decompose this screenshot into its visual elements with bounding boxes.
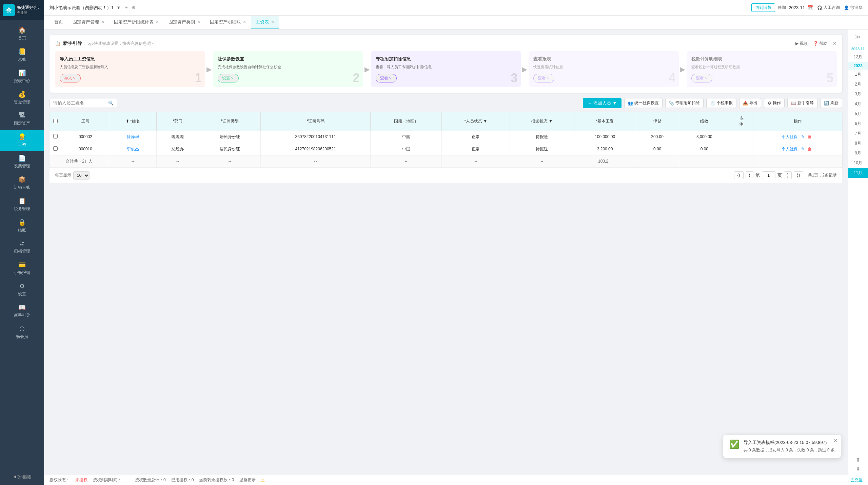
op-social-1[interactable]: 个人社保 (782, 147, 798, 151)
row-checkbox-1[interactable] (50, 143, 62, 155)
tab-depreciation[interactable]: 固定资产折旧统计表✕ (109, 16, 164, 29)
report-icon: 📊 (18, 69, 26, 77)
panel-down-icon[interactable]: ⬇ (856, 466, 860, 472)
sidebar-item-archive[interactable]: 🗂归档管理 (0, 237, 44, 258)
first-page-btn[interactable]: ⟨⟨ (734, 171, 744, 179)
step-2-num: 2 (353, 71, 360, 85)
cell-basicsalary-1: 3,200.00 (574, 143, 636, 155)
last-page-btn[interactable]: ⟩⟩ (794, 171, 803, 179)
sidebar-item-payroll[interactable]: 👷工资 (0, 130, 44, 151)
tab-label-depreciation: 固定资产折旧统计表 (114, 19, 154, 25)
sidebar-item-settings[interactable]: ⚙设置 (0, 279, 44, 300)
month-item-7[interactable]: 7月 (848, 129, 868, 138)
help-link[interactable]: ❓ 帮助 (813, 41, 827, 46)
col-performance: 绩效 (679, 112, 730, 131)
calendar-icon[interactable]: 📅 (808, 5, 813, 10)
toast-close-btn[interactable]: ✕ (833, 437, 837, 444)
tab-payroll-table[interactable]: 工资表✕ (251, 16, 279, 29)
old-version-btn[interactable]: 切到旧版 (751, 3, 775, 12)
op-social-0[interactable]: 个人社保 (782, 134, 798, 139)
month-item-3[interactable]: 3月 (848, 89, 868, 99)
social-insurance-btn[interactable]: 👥统一社保设置 (624, 98, 663, 108)
sidebar-item-ledger[interactable]: 📒总账 (0, 44, 44, 66)
op-delete-1[interactable]: 🗑 (808, 147, 812, 151)
search-input[interactable] (53, 100, 106, 106)
sidebar-item-invoice[interactable]: 📄发票管理 (0, 151, 44, 172)
video-link[interactable]: ▶ 视频 (795, 41, 808, 46)
settings-icon[interactable]: ⚙ (132, 5, 136, 10)
refresh-btn[interactable]: 🔄刷新 (820, 98, 842, 108)
tab-close-fixed-type[interactable]: ✕ (197, 20, 200, 24)
sidebar-item-close[interactable]: 🔒结账 (0, 215, 44, 237)
add-account-btn[interactable]: ＋ (123, 4, 129, 11)
guide-close-btn[interactable]: ✕ (833, 41, 837, 46)
step-1-btn[interactable]: 导入＞ (60, 74, 81, 82)
tax-report-btn[interactable]: 🧾个税申报 (706, 98, 736, 108)
tab-home[interactable]: 首页 (50, 16, 68, 29)
month-item-10[interactable]: 10月 (848, 158, 868, 168)
sidebar-item-report[interactable]: 📊报表中心 (0, 66, 44, 87)
step-2-btn[interactable]: 设置＞ (218, 74, 239, 82)
guide2-btn[interactable]: 📖新手引导 (787, 98, 817, 108)
tab-fixed-detail[interactable]: 固定资产明细账✕ (205, 16, 251, 29)
step-4-btn[interactable]: 查看＞ (533, 74, 554, 82)
op-edit-1[interactable]: ✎ (801, 147, 805, 151)
account-dropdown-arrow[interactable]: ▼ (116, 5, 121, 10)
sidebar-item-fixed[interactable]: 🏗固定资产 (0, 109, 44, 130)
operation-btn[interactable]: ⚙操作 (764, 98, 785, 108)
page-input[interactable] (762, 171, 775, 179)
sidebar-item-guide[interactable]: 📖新手引导 (0, 300, 44, 322)
select-all-header[interactable] (50, 112, 62, 131)
next-page-btn[interactable]: ⟩ (784, 171, 792, 179)
cell-idtype-0: 居民身份证 (199, 131, 261, 143)
tab-fixed-type[interactable]: 固定资产类别✕ (164, 16, 205, 29)
tab-close-fixed-detail[interactable]: ✕ (243, 20, 246, 24)
month-item-5[interactable]: 5月 (848, 109, 868, 119)
sidebar-item-fund[interactable]: 💰资金管理 (0, 87, 44, 109)
cell-status-0: 正常 (442, 131, 510, 143)
select-all-checkbox[interactable] (53, 119, 58, 123)
panel-expand-btn[interactable]: ≫ (854, 32, 862, 41)
month-item-4[interactable]: 4月 (848, 99, 868, 109)
month-item-11[interactable]: 11月 (848, 168, 868, 178)
col-name[interactable]: ⬆ *姓名 (109, 112, 156, 131)
sidebar-item-member[interactable]: ⬡畅会员 (0, 322, 44, 343)
special-deduct-btn[interactable]: 📎专项附加扣除 (665, 98, 704, 108)
tab-close-fixed-assets[interactable]: ✕ (101, 20, 104, 24)
headset-icon: 🎧 (817, 5, 822, 10)
user-info[interactable]: 👤 徐泽华 (844, 5, 863, 11)
row-checkbox-0[interactable] (50, 131, 62, 143)
col-send-status[interactable]: 报送状态 ▼ (510, 112, 574, 131)
month-item-2[interactable]: 2月 (848, 79, 868, 89)
step-5-btn[interactable]: 查看＞ (691, 74, 712, 82)
perpage-select[interactable]: 10 20 50 (73, 171, 90, 180)
step-4-desc: 快速查看统计信息 (533, 64, 674, 70)
step-3-btn[interactable]: 查看＞ (376, 74, 397, 82)
op-delete-0[interactable]: 🗑 (808, 134, 812, 139)
tab-fixed-assets[interactable]: 固定资产管理✕ (68, 16, 109, 29)
recharge-link[interactable]: 去充值 (850, 477, 863, 483)
sidebar-item-inventory[interactable]: 📦进销台账 (0, 172, 44, 194)
sidebar-item-expense[interactable]: 💳小畅报销 (0, 258, 44, 279)
tab-close-depreciation[interactable]: ✕ (156, 20, 159, 24)
sidebar-item-home[interactable]: 🏠首页 (0, 23, 44, 44)
export-btn[interactable]: 📤导出 (739, 98, 761, 108)
month-item-8[interactable]: 8月 (848, 138, 868, 148)
ai-consult-btn[interactable]: 🎧 人工咨询 (817, 5, 840, 11)
op-edit-0[interactable]: ✎ (801, 134, 805, 139)
panel-up-icon[interactable]: ⬆ (856, 456, 860, 463)
month-item-6[interactable]: 6月 (848, 119, 868, 129)
tab-close-payroll-table[interactable]: ✕ (271, 20, 274, 24)
month-item-9[interactable]: 9月 (848, 148, 868, 158)
arrow-icon: ▶ (364, 65, 370, 73)
prev-page-btn[interactable]: ⟨ (746, 171, 753, 179)
sidebar-item-tax[interactable]: 📋税务管理 (0, 194, 44, 215)
search-icon[interactable]: 🔍 (108, 100, 114, 106)
month-item-1[interactable]: 1月 (848, 70, 868, 79)
cancel-fixed-btn[interactable]: ◀取消固定 (3, 472, 41, 482)
month-item-12[interactable]: 12月 (848, 52, 868, 62)
cell-name-1[interactable]: 李俊杰 (109, 143, 156, 155)
col-status[interactable]: *人员状态 ▼ (442, 112, 510, 131)
cell-name-0[interactable]: 徐泽华 (109, 131, 156, 143)
add-person-btn[interactable]: ＋ 添加人员 ▼ (583, 98, 622, 108)
